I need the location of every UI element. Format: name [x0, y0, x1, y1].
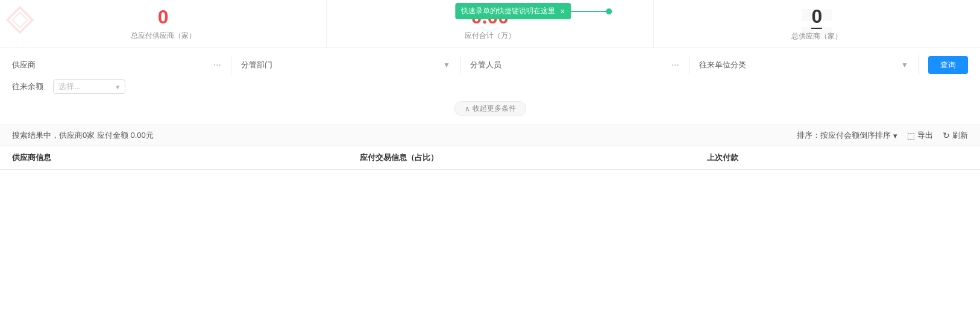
svg-marker-1: [13, 13, 28, 28]
supplier-more-icon[interactable]: ···: [213, 60, 221, 70]
filter-person: 分管人员 ···: [460, 55, 689, 75]
payable-vendors-label: 总应付供应商（家）: [131, 31, 196, 41]
refresh-label: 刷新: [952, 130, 968, 141]
diamond-logo-icon: [5, 5, 35, 35]
collapse-icon: ∧: [465, 105, 470, 113]
export-icon: ⬚: [907, 131, 915, 140]
stat-total-payable-vendors: 0 总应付供应商（家）: [0, 0, 327, 48]
col-header-last-payment: 上次付款: [707, 152, 968, 163]
collapse-btn-area: ∧ 收起更多条件: [12, 99, 968, 121]
stat-total-vendors: 0 总供应商（家）: [654, 0, 980, 48]
result-info: 搜索结果中，供应商0家 应付金额 0.00元: [12, 130, 154, 141]
svg-marker-0: [7, 7, 33, 33]
result-bar: 搜索结果中，供应商0家 应付金额 0.00元 排序：按应付会额倒序排序 ▾ ⬚ …: [0, 125, 980, 146]
svg-rect-7: [820, 27, 832, 39]
payable-total-label: 应付合计（万）: [465, 31, 515, 41]
svg-rect-4: [802, 9, 814, 21]
col-header-transaction-info: 应付交易信息（占比）: [360, 152, 708, 163]
person-filter-label: 分管人员: [470, 60, 501, 70]
refresh-button[interactable]: ↻ 刷新: [943, 130, 968, 141]
sort-select[interactable]: 排序：按应付会额倒序排序 ▾: [797, 130, 897, 141]
supplier-filter-input[interactable]: [40, 61, 213, 70]
category-chevron-icon[interactable]: ▼: [901, 61, 908, 69]
refresh-icon: ↻: [943, 131, 950, 140]
department-chevron-icon[interactable]: ▼: [443, 61, 450, 69]
table-header: 供应商信息 应付交易信息（占比） 上次付款: [0, 146, 980, 170]
tooltip-close-button[interactable]: ×: [560, 7, 565, 16]
category-filter-input[interactable]: [751, 61, 901, 70]
col-header-supplier-info: 供应商信息: [12, 152, 360, 163]
filter-supplier: 供应商 ···: [12, 55, 231, 75]
svg-rect-6: [802, 27, 814, 39]
balance-filter-label: 往来余额: [12, 81, 43, 92]
supplier-filter-label: 供应商: [12, 60, 36, 70]
filter-category: 往来单位分类 ▼: [689, 55, 919, 75]
department-filter-label: 分管部门: [241, 60, 272, 70]
query-btn-wrapper: 查询: [919, 56, 968, 74]
filter-row-2: 往来余额 选择... ▾: [12, 79, 968, 99]
export-label: 导出: [917, 130, 933, 141]
payable-vendors-number: 0: [158, 7, 169, 28]
sort-chevron-icon: ▾: [893, 131, 897, 140]
svg-rect-5: [820, 9, 832, 21]
balance-placeholder: 选择...: [58, 81, 81, 92]
export-button[interactable]: ⬚ 导出: [907, 130, 933, 141]
table-body: [0, 170, 980, 310]
tooltip-dot: [606, 8, 612, 14]
collapse-label: 收起更多条件: [473, 104, 516, 114]
grid-watermark-icon: [799, 6, 835, 42]
sort-label: 排序：按应付会额倒序排序: [797, 130, 891, 141]
balance-arrow-icon: ▾: [116, 82, 120, 91]
filter-row-1: 供应商 ··· 分管部门 ▼ 分管人员 ··· 往来单位分类 ▼ 查询: [12, 55, 968, 75]
tooltip-text: 快速录单的快捷键说明在这里: [461, 6, 555, 16]
stat-payable-total: 快速录单的快捷键说明在这里 × 0.00 应付合计（万）: [327, 0, 653, 48]
query-button[interactable]: 查询: [928, 56, 968, 74]
filter-area: 供应商 ··· 分管部门 ▼ 分管人员 ··· 往来单位分类 ▼ 查询 往来余额: [0, 48, 980, 125]
result-actions: 排序：按应付会额倒序排序 ▾ ⬚ 导出 ↻ 刷新: [797, 130, 968, 141]
person-more-icon[interactable]: ···: [671, 60, 679, 70]
collapse-button[interactable]: ∧ 收起更多条件: [454, 101, 526, 116]
balance-select[interactable]: 选择... ▾: [53, 79, 125, 94]
department-filter-input[interactable]: [277, 61, 443, 70]
person-filter-input[interactable]: [506, 61, 671, 70]
stats-bar: 0 总应付供应商（家） 快速录单的快捷键说明在这里 × 0.00 应付合计（万）: [0, 0, 980, 48]
shortcut-tooltip: 快速录单的快捷键说明在这里 ×: [455, 3, 571, 19]
category-filter-label: 往来单位分类: [699, 60, 746, 70]
filter-department: 分管部门 ▼: [231, 55, 460, 75]
